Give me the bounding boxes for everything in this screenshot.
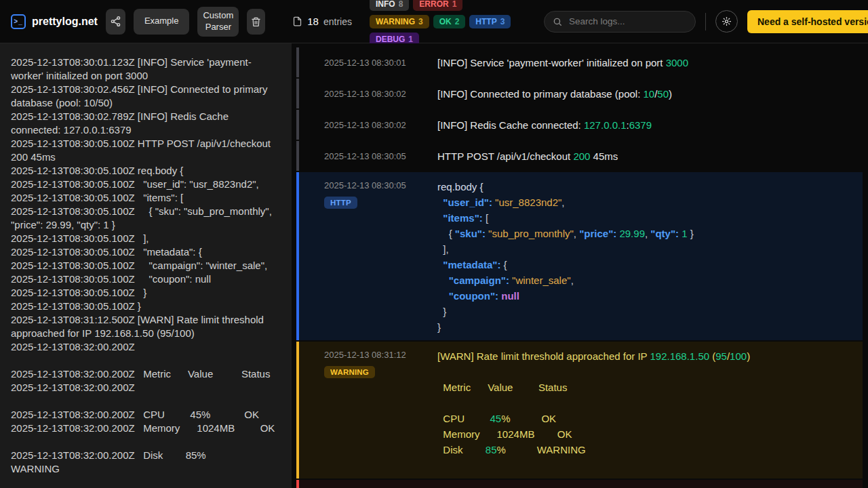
log-entry-http[interactable]: 2025-12-13 08:30:05HTTPreq.body { "user_… — [296, 172, 863, 340]
prettylog-app: >_ prettylog.net Example Custom Parser — [0, 0, 868, 488]
filter-badge-label: DEBUG — [376, 35, 405, 44]
entry-message: HTTP POST /api/v1/checkout 200 45ms — [437, 148, 863, 164]
log-entry-info[interactable]: 2025-12-13 08:30:05HTTP POST /api/v1/che… — [296, 141, 863, 171]
sun-icon — [722, 16, 732, 26]
entry-meta: 2025-12-13 08:30:05HTTP — [299, 179, 437, 335]
entry-level-badge: WARNING — [324, 366, 375, 378]
filter-badge-ok[interactable]: OK2 — [433, 15, 466, 28]
filter-badge-count: 1 — [408, 35, 413, 44]
entry-message: [INFO] Connected to primary database (po… — [437, 86, 863, 102]
log-entry-info[interactable]: 2025-12-13 08:30:02[INFO] Redis Cache co… — [296, 110, 863, 140]
brand: >_ prettylog.net — [11, 14, 98, 29]
entry-timestamp: 2025-12-13 08:30:02 — [324, 89, 437, 99]
share-button[interactable] — [106, 9, 125, 35]
entry-meta: 2025-12-13 08:30:01 — [299, 58, 437, 68]
filter-badge-label: HTTP — [475, 17, 496, 26]
filter-badge-count: 2 — [455, 17, 460, 26]
search-icon — [553, 17, 562, 26]
raw-log-pane: 2025-12-13T08:30:01.123Z [INFO] Service … — [0, 43, 292, 488]
custom-parser-button[interactable]: Custom Parser — [197, 7, 239, 37]
log-entry-info[interactable]: 2025-12-13 08:30:01[INFO] Service 'payme… — [296, 47, 863, 77]
filter-badge-label: OK — [439, 17, 452, 26]
filter-badge-count: 1 — [452, 0, 457, 9]
level-filter-badges: INFO8ERROR1WARNING3OK2HTTP3DEBUG1 — [370, 0, 522, 46]
entry-meta: 2025-12-13 08:30:02 — [299, 89, 437, 99]
filter-badge-warning[interactable]: WARNING3 — [370, 15, 429, 28]
entry-message: [INFO] Redis Cache connected: 127.0.0.1:… — [437, 117, 863, 133]
entry-meta: 2025-12-13 08:30:02 — [299, 120, 437, 130]
entry-meta: 2025-12-13 08:31:12WARNING — [299, 348, 437, 473]
log-entry-list: 2025-12-13 08:30:01[INFO] Service 'payme… — [296, 47, 863, 488]
entry-message: [INFO] Service 'payment-worker' initiali… — [437, 55, 863, 70]
entry-timestamp: 2025-12-13 08:30:01 — [324, 58, 437, 68]
entry-level-badge: HTTP — [324, 197, 357, 209]
log-entry-error[interactable]: 2025-12-13 08:35:15 — [296, 480, 863, 488]
entries-counter: 18 entries — [292, 16, 352, 27]
search-input[interactable] — [568, 16, 687, 27]
filter-badge-label: INFO — [376, 0, 395, 9]
header-right: 18 entries INFO8ERROR1WARNING3OK2HTTP3DE… — [292, 0, 868, 46]
pretty-log-pane: 2025-12-13 08:30:01[INFO] Service 'payme… — [292, 43, 868, 488]
entries-label: entries — [323, 16, 352, 27]
entries-count: 18 — [307, 16, 319, 27]
filter-badge-label: WARNING — [376, 17, 415, 26]
example-button[interactable]: Example — [134, 9, 190, 35]
terminal-logo-icon: >_ — [11, 14, 26, 29]
document-icon — [292, 16, 302, 27]
entry-message: req.body { "user_id": "usr_8823nd2", "it… — [437, 179, 863, 335]
log-entry-info[interactable]: 2025-12-13 08:30:02[INFO] Connected to p… — [296, 79, 863, 108]
filter-badge-count: 3 — [418, 17, 423, 26]
theme-toggle-button[interactable] — [715, 10, 738, 33]
entry-timestamp: 2025-12-13 08:31:12 — [324, 350, 437, 360]
filter-badge-error[interactable]: ERROR1 — [413, 0, 462, 11]
raw-log-editor[interactable]: 2025-12-13T08:30:01.123Z [INFO] Service … — [11, 56, 281, 488]
header: >_ prettylog.net Example Custom Parser — [0, 0, 868, 43]
main-area: 2025-12-13T08:30:01.123Z [INFO] Service … — [0, 43, 868, 488]
entry-message: [WARN] Rate limit threshold approached f… — [437, 348, 863, 473]
entry-timestamp: 2025-12-13 08:30:02 — [324, 120, 437, 130]
share-icon — [110, 16, 121, 27]
app-title: prettylog.net — [32, 16, 98, 28]
entry-meta: 2025-12-13 08:30:05 — [299, 151, 437, 161]
filter-badge-count: 8 — [399, 0, 403, 9]
search-box[interactable] — [544, 11, 696, 33]
clear-logs-button[interactable] — [247, 9, 265, 35]
filter-badge-http[interactable]: HTTP3 — [469, 15, 511, 28]
filter-badge-info[interactable]: INFO8 — [370, 0, 409, 11]
filter-badge-label: ERROR — [419, 0, 448, 9]
filter-badge-count: 3 — [500, 17, 505, 26]
log-entry-warning[interactable]: 2025-12-13 08:31:12WARNING[WARN] Rate li… — [296, 342, 863, 479]
trash-icon — [251, 16, 261, 27]
entry-timestamp: 2025-12-13 08:30:05 — [324, 151, 437, 161]
entry-timestamp: 2025-12-13 08:30:05 — [324, 180, 437, 190]
header-divider — [705, 13, 706, 30]
self-hosted-cta-button[interactable]: Need a self-hosted version? — [747, 10, 868, 33]
